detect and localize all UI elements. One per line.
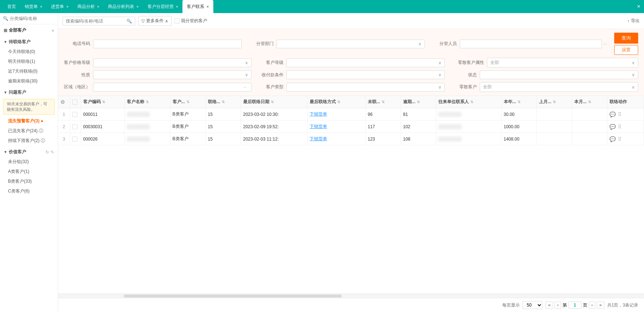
- nav-purchase[interactable]: 进货单 ×: [47, 0, 73, 13]
- next-page-button[interactable]: ›: [589, 301, 595, 309]
- row-method-link-2[interactable]: 下销货单: [310, 136, 327, 141]
- col-type[interactable]: 客户...⇅: [170, 96, 205, 108]
- row-check-0[interactable]: [72, 112, 77, 117]
- action-chat-icon-1[interactable]: 💬: [609, 124, 616, 130]
- col-last-month[interactable]: 上月...⇅: [536, 96, 572, 108]
- row-method-0[interactable]: 下销货单: [307, 108, 365, 121]
- nature-select[interactable]: ∨: [93, 70, 251, 79]
- customer-level-select[interactable]: ∨: [286, 58, 445, 67]
- action-more-icon-2[interactable]: ⠿: [618, 136, 621, 142]
- col-this-year[interactable]: 本年...⇅: [501, 96, 536, 108]
- col-last-method[interactable]: 最后联络方式⇅: [307, 96, 365, 108]
- sidebar-item-class-c[interactable]: C类客户(6): [0, 186, 58, 196]
- sidebar-item-churn-warning[interactable]: 流失预警客户(3) ●: [0, 116, 58, 126]
- row-method-1[interactable]: 下销货单: [307, 121, 365, 133]
- col-overdue[interactable]: 逾期...⇅: [401, 96, 436, 108]
- manager-more-btn[interactable]: ···: [602, 41, 608, 46]
- field-status: 状态 ∨: [451, 70, 638, 79]
- sidebar-item-class-b[interactable]: B类客户(33): [0, 177, 58, 186]
- row-check-2[interactable]: [72, 137, 77, 142]
- sidebar-item-today[interactable]: 今天待联络(0): [0, 47, 58, 57]
- row-method-2[interactable]: 下销货单: [307, 133, 365, 145]
- row-action-2[interactable]: 💬 ⠿: [607, 133, 644, 145]
- col-contact-count[interactable]: 联络...⇅: [205, 96, 241, 108]
- sidebar-all-customers[interactable]: ⊞ 全部客户 «: [0, 24, 58, 36]
- nav-analysis[interactable]: 商品分析 ×: [73, 0, 104, 13]
- setting-button[interactable]: 设置: [614, 45, 638, 55]
- nav-sales-close[interactable]: ×: [40, 4, 42, 9]
- sidebar-group-problem-header[interactable]: ▼ 问题客户: [0, 88, 58, 97]
- sidebar-item-overdue[interactable]: 逾期未联络(30): [0, 76, 58, 86]
- col-last-date[interactable]: 最后联络日期⇅: [241, 96, 307, 108]
- select-all-checkbox[interactable]: [72, 100, 77, 105]
- nav-customer-tier[interactable]: 客户分层经营 ×: [143, 0, 182, 13]
- horizontal-scrollbar[interactable]: [58, 293, 644, 298]
- more-conditions-button[interactable]: ▽ 更多条件 ∧: [138, 16, 172, 26]
- nav-sales[interactable]: 销货单 ×: [20, 0, 47, 13]
- col-checkbox[interactable]: [70, 96, 81, 108]
- my-customers-checkbox[interactable]: 我分管的客户: [174, 18, 207, 24]
- current-page-input[interactable]: [568, 301, 581, 309]
- scatter-customer-select[interactable]: 全部 ∨: [480, 82, 638, 92]
- sidebar-group-value-header[interactable]: ▼ 价值客户 ↻ ✎: [0, 147, 58, 157]
- field-dept-select[interactable]: ∨: [277, 40, 425, 48]
- row-method-link-0[interactable]: 下销货单: [310, 112, 327, 117]
- row-check-1[interactable]: [72, 124, 77, 129]
- sidebar-item-class-a[interactable]: A类客户(1): [0, 167, 58, 177]
- sidebar-item-declining[interactable]: 持续下滑客户(2) ⓘ: [0, 136, 58, 146]
- col-no-contact[interactable]: 未联...⇅: [365, 96, 401, 108]
- action-more-icon-1[interactable]: ⠿: [618, 124, 621, 130]
- row-action-0[interactable]: 💬 ⠿: [607, 108, 644, 121]
- nav-customer-tier-close[interactable]: ×: [176, 4, 178, 9]
- row-checkbox-1[interactable]: [70, 121, 81, 133]
- status-select[interactable]: ∨: [480, 70, 638, 79]
- prev-page-button[interactable]: ‹: [555, 301, 561, 309]
- row-checkbox-0[interactable]: [70, 108, 81, 121]
- customer-type-select[interactable]: ∨: [286, 83, 445, 92]
- nav-analysis-list-close[interactable]: ×: [136, 4, 138, 9]
- collapse-icon[interactable]: «: [52, 28, 54, 33]
- field-manager-input[interactable]: [460, 40, 602, 48]
- query-button[interactable]: 查询: [614, 33, 638, 44]
- last-page-button[interactable]: »: [597, 301, 604, 309]
- edit-icon[interactable]: ✎: [51, 150, 54, 155]
- nav-home[interactable]: 首页: [3, 0, 20, 13]
- payment-select[interactable]: ∨: [286, 70, 445, 79]
- nav-customer-contact[interactable]: 客户联系 ×: [182, 0, 213, 13]
- my-customers-check[interactable]: [174, 19, 180, 24]
- search-icon[interactable]: 🔍: [126, 19, 132, 24]
- col-name[interactable]: 客户名称⇅: [124, 96, 170, 108]
- nav-analysis-list[interactable]: 商品分析列表 ×: [104, 0, 143, 13]
- row-checkbox-2[interactable]: [70, 133, 81, 145]
- region-select[interactable]: ···: [93, 83, 251, 92]
- first-page-button[interactable]: «: [546, 301, 553, 309]
- sidebar-item-7days[interactable]: 近7天待联络(0): [0, 66, 58, 76]
- row-method-link-1[interactable]: 下销货单: [310, 124, 327, 129]
- export-button[interactable]: ↑ 导出: [627, 18, 640, 24]
- action-chat-icon-2[interactable]: 💬: [609, 136, 616, 142]
- col-settings[interactable]: ⚙: [58, 96, 70, 108]
- sidebar-item-ungrouped[interactable]: 未分组(32): [0, 157, 58, 167]
- sidebar-group-pending-header[interactable]: ▼ 待联络客户: [0, 37, 58, 47]
- scatter-attr-select[interactable]: 全部 ∨: [487, 58, 638, 68]
- close-all-tabs-button[interactable]: ×: [637, 3, 640, 10]
- price-level-select[interactable]: ∨: [93, 58, 251, 67]
- region-more-btn[interactable]: ···: [242, 85, 248, 90]
- per-page-select[interactable]: 50 100 200: [523, 301, 543, 309]
- col-this-month[interactable]: 本月...⇅: [572, 96, 607, 108]
- row-action-1[interactable]: 💬 ⠿: [607, 121, 644, 133]
- action-chat-icon-0[interactable]: 💬: [609, 112, 616, 117]
- col-contact-person[interactable]: 往来单位联系人⇅: [436, 96, 502, 108]
- nav-customer-contact-close[interactable]: ×: [206, 4, 209, 9]
- refresh-icon[interactable]: ↻: [45, 150, 49, 155]
- search-input[interactable]: [66, 19, 126, 24]
- sidebar-item-tomorrow[interactable]: 明天待联络(1): [0, 57, 58, 66]
- sidebar-item-churned[interactable]: 已流失客户(24) ⓘ: [0, 126, 58, 136]
- nav-purchase-close[interactable]: ×: [66, 4, 68, 9]
- sidebar-search-input[interactable]: [10, 16, 55, 21]
- action-more-icon-0[interactable]: ⠿: [618, 112, 621, 117]
- field-phone-input[interactable]: [93, 40, 242, 48]
- nav-analysis-close[interactable]: ×: [97, 4, 99, 9]
- col-code[interactable]: 客户编码⇅: [81, 96, 124, 108]
- column-settings-icon[interactable]: ⚙: [60, 99, 65, 105]
